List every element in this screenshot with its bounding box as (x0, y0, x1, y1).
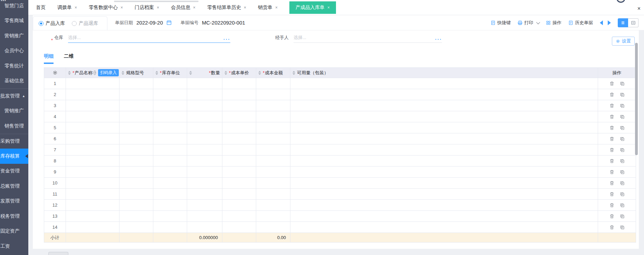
sidebar-item-15[interactable]: 固定资产 (0, 224, 28, 239)
grid-cell[interactable] (153, 189, 187, 199)
grid-cell[interactable] (66, 111, 119, 122)
toolbar-action-0[interactable]: 快捷键 (491, 20, 511, 26)
grid-cell[interactable] (290, 189, 598, 199)
tab-2[interactable]: 零售数据中心× (89, 4, 123, 11)
grid-cell[interactable] (256, 178, 290, 188)
grid-cell[interactable] (119, 222, 153, 233)
trash-icon[interactable] (609, 181, 614, 186)
grid-cell[interactable] (119, 144, 153, 155)
grid-cell[interactable] (256, 111, 290, 122)
grid-cell[interactable] (290, 144, 598, 155)
grid-cell[interactable] (187, 155, 222, 166)
grid-cell[interactable] (153, 211, 187, 221)
sort-carets-icon[interactable] (155, 71, 158, 75)
sidebar-item-9[interactable]: 采购管理 (0, 134, 28, 149)
copy-add-icon[interactable] (620, 225, 625, 230)
sidebar-item-10[interactable]: 库存核算 (0, 149, 28, 164)
grid-cell[interactable] (222, 178, 256, 188)
grid-cell[interactable] (66, 144, 119, 155)
grid-cell[interactable] (256, 144, 290, 155)
grid-cell[interactable] (187, 222, 222, 233)
grid-cell[interactable] (290, 178, 598, 188)
copy-add-icon[interactable] (620, 159, 625, 163)
subtab-0[interactable]: 明细 (44, 53, 54, 64)
chevron-down-icon[interactable] (536, 20, 540, 24)
handler-field[interactable]: 选择... ··· (294, 35, 442, 43)
grid-cell[interactable] (256, 155, 290, 166)
sidebar-item-14[interactable]: 税务管理 (0, 209, 28, 224)
grid-cell[interactable] (66, 100, 119, 111)
sidebar-item-6[interactable]: 批发管理▲ (0, 88, 28, 104)
grid-cell[interactable] (222, 211, 256, 221)
trash-icon[interactable] (609, 214, 614, 219)
sidebar-item-7[interactable]: 营销推广 (0, 104, 28, 119)
grid-cell[interactable] (119, 178, 153, 188)
settings-button[interactable]: 设置 (612, 37, 635, 46)
grid-cell[interactable] (66, 178, 119, 188)
grid-cell[interactable] (290, 155, 598, 166)
toolbar-action-2[interactable]: 操作 (546, 20, 561, 26)
grid-cell[interactable] (119, 111, 153, 122)
column-header-3[interactable]: *数量 (187, 68, 222, 78)
copy-add-icon[interactable] (620, 192, 625, 197)
grid-cell[interactable] (66, 133, 119, 144)
grid-cell[interactable] (119, 78, 153, 89)
grid-cell[interactable] (256, 133, 290, 144)
trash-icon[interactable] (609, 92, 614, 97)
trash-icon[interactable] (609, 114, 614, 119)
toolbar-action-3[interactable]: 历史单据 (568, 20, 593, 26)
grid-cell[interactable] (119, 167, 153, 177)
grid-cell[interactable] (153, 89, 187, 100)
sort-carets-icon[interactable] (292, 71, 295, 75)
doc-type-radio-1[interactable]: 产品退库 (72, 20, 98, 27)
grid-cell[interactable] (187, 211, 222, 221)
grid-cell[interactable] (153, 144, 187, 155)
grid-cell[interactable] (119, 189, 153, 199)
grid-cell[interactable] (153, 100, 187, 111)
sidebar-item-3[interactable]: 会员中心 (0, 44, 28, 59)
tab-close-icon[interactable]: × (327, 5, 330, 10)
list-view-toggle-button[interactable] (618, 18, 628, 27)
grid-cell[interactable] (256, 167, 290, 177)
tab-0[interactable]: 首页 (36, 4, 46, 11)
grid-cell[interactable] (119, 122, 153, 133)
tab-3[interactable]: 门店档案× (135, 4, 159, 11)
sidebar-item-1[interactable]: 零售商城 (0, 13, 28, 29)
grid-cell[interactable] (256, 122, 290, 133)
grid-cell[interactable] (119, 211, 153, 221)
grid-cell[interactable] (153, 222, 187, 233)
calendar-icon[interactable] (166, 20, 172, 25)
grid-cell[interactable] (153, 200, 187, 210)
grid-cell[interactable] (290, 78, 598, 89)
tab-close-icon[interactable]: × (121, 5, 123, 10)
grid-cell[interactable] (222, 122, 256, 133)
doc-type-radio-0[interactable]: 产品入库 (39, 20, 65, 27)
footer-partial-button[interactable] (48, 252, 68, 255)
grid-cell[interactable] (222, 189, 256, 199)
grid-cell[interactable] (222, 167, 256, 177)
grid-cell[interactable] (222, 222, 256, 233)
trash-icon[interactable] (609, 148, 614, 152)
grid-cell[interactable] (290, 100, 598, 111)
grid-cell[interactable] (187, 89, 222, 100)
sidebar-item-13[interactable]: 发票管理 (0, 194, 28, 209)
column-header-0[interactable]: *产品名称扫码录入 (66, 68, 119, 78)
sidebar-item-5[interactable]: 基础信息 (0, 74, 28, 89)
sidebar-item-11[interactable]: 资金管理 (0, 164, 28, 179)
next-record-arrow-icon[interactable] (608, 20, 611, 25)
trash-icon[interactable] (609, 159, 614, 163)
sort-carets-icon[interactable] (122, 71, 124, 75)
tab-close-icon[interactable]: × (244, 5, 246, 10)
grid-cell[interactable] (66, 122, 119, 133)
grid-cell[interactable] (66, 189, 119, 199)
grid-cell[interactable] (187, 200, 222, 210)
copy-add-icon[interactable] (620, 203, 625, 208)
grid-cell[interactable] (153, 178, 187, 188)
toolbar-action-1[interactable]: 打印 (518, 20, 539, 26)
column-header-2[interactable]: *库存单位 (153, 68, 187, 78)
grid-cell[interactable] (153, 133, 187, 144)
grid-cell[interactable] (187, 133, 222, 144)
column-header-1[interactable]: 规格型号 (119, 68, 153, 78)
grid-cell[interactable] (222, 200, 256, 210)
grid-cell[interactable] (66, 155, 119, 166)
